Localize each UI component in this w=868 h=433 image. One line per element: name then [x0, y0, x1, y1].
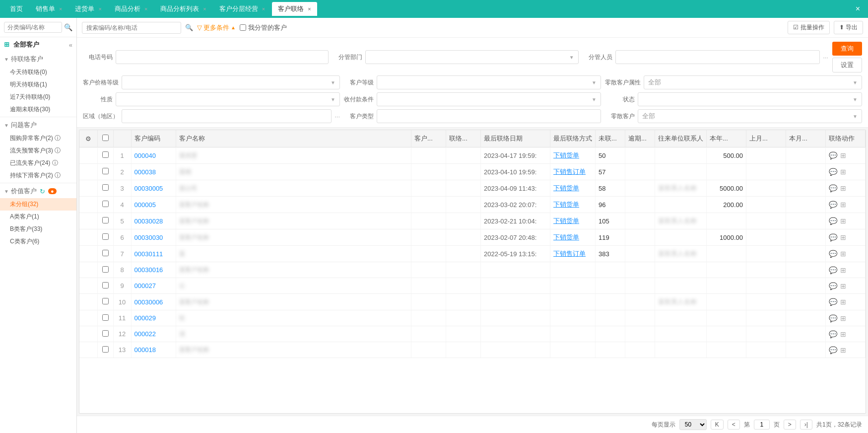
th-last-way[interactable]: 最后联络方式	[550, 130, 596, 147]
per-page-select[interactable]: 50 100 200	[679, 419, 707, 430]
row-checkbox[interactable]	[102, 168, 109, 174]
grid-icon[interactable]: ⊞	[840, 184, 846, 192]
sidebar-item-tomorrow-pending[interactable]: 明天待联络(1)	[0, 78, 76, 91]
row-checkbox[interactable]	[102, 282, 109, 289]
th-overdue[interactable]: 逾期...	[625, 130, 655, 147]
page-number-input[interactable]	[754, 420, 770, 430]
chat-icon[interactable]: 💬	[829, 151, 837, 159]
more-conditions-button[interactable]: ▽ 更多条件 ▲	[197, 23, 236, 32]
row-last-way-link[interactable]: 下销货单	[553, 151, 579, 159]
th-year[interactable]: 本年...	[707, 130, 746, 147]
row-checkbox[interactable]	[102, 330, 109, 337]
row-checkbox[interactable]	[102, 233, 109, 240]
region-input[interactable]	[122, 109, 332, 123]
chat-icon[interactable]: 💬	[829, 346, 837, 354]
select-all-checkbox[interactable]	[102, 135, 109, 141]
th-action[interactable]: 联络动作	[826, 130, 866, 147]
customer-type-input[interactable]	[377, 109, 601, 123]
sidebar-item-class-b[interactable]: B类客户(33)	[0, 223, 76, 235]
nav-tab-purchase[interactable]: 进货单 ×	[69, 2, 107, 16]
first-page-button[interactable]: K	[711, 420, 724, 430]
grid-icon[interactable]: ⊞	[840, 151, 846, 159]
close-tab-analysis-list-icon[interactable]: ×	[203, 2, 206, 16]
th-name[interactable]: 客户名称	[176, 130, 411, 147]
my-customers-checkbox-label[interactable]: 我分管的客户	[240, 23, 287, 32]
th-pending[interactable]: 未联...	[596, 130, 625, 147]
query-button[interactable]: 查询	[832, 42, 862, 56]
chat-icon[interactable]: 💬	[829, 266, 837, 274]
nav-tab-analysis-list[interactable]: 商品分析列表 ×	[154, 2, 212, 16]
close-tab-sales-icon[interactable]: ×	[59, 2, 62, 16]
row-last-way-link[interactable]: 下销货单	[553, 201, 579, 208]
row-checkbox[interactable]	[102, 314, 109, 321]
nav-home[interactable]: 首页	[4, 2, 29, 16]
sidebar-item-declining[interactable]: 持续下滑客户(2) ⓘ	[0, 169, 76, 182]
grid-icon[interactable]: ⊞	[840, 201, 846, 209]
row-last-way-link[interactable]: 下销售订单	[553, 168, 586, 175]
close-tab-purchase-icon[interactable]: ×	[98, 2, 101, 16]
row-last-way-link[interactable]: 下销售订单	[553, 250, 586, 257]
sidebar-item-class-c[interactable]: C类客户(6)	[0, 235, 76, 248]
last-page-button[interactable]: ›|	[800, 420, 812, 430]
chat-icon[interactable]: 💬	[829, 314, 837, 322]
row-checkbox[interactable]	[102, 298, 109, 304]
region-dots-icon[interactable]: ···	[334, 113, 340, 120]
th-contact[interactable]: 联络...	[446, 130, 481, 147]
reset-button[interactable]: 设置	[832, 58, 862, 72]
chat-icon[interactable]: 💬	[829, 282, 837, 290]
th-partner[interactable]: 往来单位联系人	[655, 130, 707, 147]
row-checkbox[interactable]	[102, 217, 109, 223]
sidebar-item-churn-warn[interactable]: 流失预警客户(3) ⓘ	[0, 144, 76, 157]
close-tab-contact-icon[interactable]: ×	[308, 2, 311, 16]
sidebar-item-unclassified[interactable]: 未分组(32)	[0, 198, 76, 211]
sidebar-all-customers-header[interactable]: ⊞ 全部客户 «	[0, 37, 76, 52]
chat-icon[interactable]: 💬	[829, 201, 837, 209]
nature-select[interactable]: ▼	[116, 92, 340, 106]
sidebar-item-today-pending[interactable]: 今天待联络(0)	[0, 66, 76, 78]
retail-attr-select[interactable]: 全部 ▼	[644, 75, 862, 89]
th-type[interactable]: 客户...	[411, 130, 446, 147]
nav-tab-customer-segment[interactable]: 客户分层经营 ×	[213, 2, 271, 16]
phone-input[interactable]	[116, 50, 329, 64]
sidebar-search-input[interactable]	[4, 22, 62, 33]
grid-icon[interactable]: ⊞	[840, 298, 846, 306]
retail-customer-select[interactable]: 全部 ▼	[638, 109, 862, 123]
chat-icon[interactable]: 💬	[829, 233, 837, 241]
filter-search-button[interactable]: 🔍	[185, 24, 193, 31]
status-select[interactable]: ▼	[638, 92, 862, 106]
customer-level-select[interactable]: ▼	[377, 75, 601, 89]
nav-tab-sales[interactable]: 销售单 ×	[30, 2, 68, 16]
row-last-way-link[interactable]: 下销货单	[553, 233, 579, 241]
close-tab-segment-icon[interactable]: ×	[262, 2, 265, 16]
row-checkbox[interactable]	[102, 250, 109, 256]
manager-input[interactable]	[615, 50, 820, 64]
th-code[interactable]: 客户编码	[131, 130, 176, 147]
th-last-date[interactable]: 最后联络日期	[481, 130, 550, 147]
export-button[interactable]: ⬆ 导出	[834, 21, 863, 34]
row-checkbox[interactable]	[102, 346, 109, 353]
row-last-way-link[interactable]: 下销货单	[553, 184, 579, 192]
grid-icon[interactable]: ⊞	[840, 168, 846, 176]
th-cur-month[interactable]: 本月...	[786, 130, 826, 147]
sidebar-collapse-icon[interactable]: «	[69, 41, 72, 49]
nav-tab-analysis[interactable]: 商品分析 ×	[109, 2, 153, 16]
grid-icon[interactable]: ⊞	[840, 314, 846, 322]
row-checkbox[interactable]	[102, 184, 109, 191]
grid-icon[interactable]: ⊞	[840, 250, 846, 258]
chat-icon[interactable]: 💬	[829, 250, 837, 258]
sidebar-item-class-a[interactable]: A类客户(1)	[0, 211, 76, 223]
nav-tab-customer-contact[interactable]: 客户联络 ×	[272, 2, 317, 16]
batch-operation-button[interactable]: ☑ 批量操作	[788, 21, 829, 34]
close-tab-analysis-icon[interactable]: ×	[144, 2, 147, 16]
prev-page-button[interactable]: <	[728, 420, 740, 430]
chat-icon[interactable]: 💬	[829, 298, 837, 306]
filter-search-input[interactable]	[82, 22, 181, 34]
grid-icon[interactable]: ⊞	[840, 346, 846, 354]
refresh-icon[interactable]: ↻	[40, 188, 45, 195]
manager-dots-icon[interactable]: ···	[823, 54, 828, 61]
app-close-button[interactable]: ×	[852, 4, 864, 13]
grid-icon[interactable]: ⊞	[840, 282, 846, 290]
next-page-button[interactable]: >	[784, 420, 796, 430]
th-gear[interactable]: ⚙	[79, 130, 97, 147]
row-checkbox[interactable]	[102, 266, 109, 273]
